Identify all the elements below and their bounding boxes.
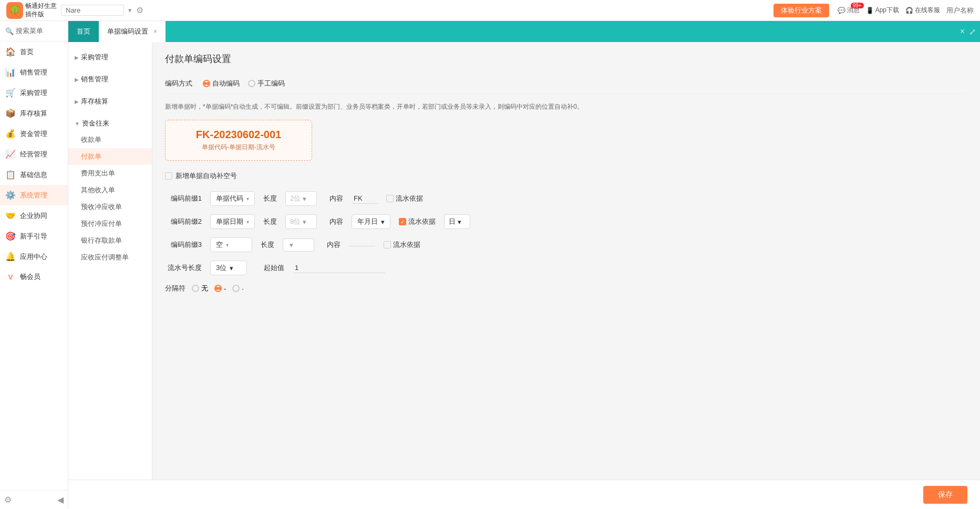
- stream1-checkbox[interactable]: [386, 195, 394, 202]
- sub-header-purchase[interactable]: ▶ 采购管理: [68, 49, 152, 65]
- page-title: 付款单编码设置: [165, 53, 967, 65]
- content3-label: 内容: [327, 240, 341, 250]
- sidebar-item-member[interactable]: V 畅会员: [0, 267, 68, 287]
- settings-icon[interactable]: ⚙: [136, 5, 143, 15]
- tab-home[interactable]: 首页: [68, 21, 99, 42]
- sep-dot2-dot: [232, 285, 240, 292]
- sidebar-item-system[interactable]: ⚙️ 系统管理: [0, 185, 68, 205]
- sub-item-expense[interactable]: 费用支出单: [68, 165, 152, 182]
- manual-code-radio[interactable]: 手工编码: [248, 79, 285, 88]
- sidebar: 🔍 搜索菜单 🏠 首页 📊 销售管理 🛒 采购管理 📦 库存核算 💰 资金管理 …: [0, 21, 68, 509]
- sub-header-sales[interactable]: ▶ 销售管理: [68, 71, 152, 87]
- day-select[interactable]: 日 ▾: [444, 214, 470, 229]
- arrow-purchase: ▶: [75, 55, 79, 60]
- tab-encoding-label: 单据编码设置: [107, 27, 148, 36]
- sub-item-bank[interactable]: 银行存取款单: [68, 232, 152, 249]
- system-icon: ⚙️: [5, 190, 16, 200]
- auto-code-radio[interactable]: 自动编码: [203, 79, 240, 88]
- sidebar-search[interactable]: 🔍 搜索菜单: [0, 21, 68, 41]
- prefix3-select[interactable]: 空 ▾: [210, 237, 252, 252]
- auto-fill-checkbox[interactable]: [165, 172, 172, 180]
- sidebar-item-sales[interactable]: 📊 销售管理: [0, 62, 68, 82]
- save-button[interactable]: 保存: [923, 486, 967, 504]
- len3-arrow: ▾: [290, 241, 293, 249]
- tab-encoding[interactable]: 单据编码设置 ×: [99, 21, 166, 42]
- sidebar-item-apps[interactable]: 🔔 应用中心: [0, 246, 68, 267]
- collapse-icon[interactable]: ◀: [57, 495, 64, 505]
- content2-arrow: ▾: [381, 218, 385, 226]
- sidebar-item-guide[interactable]: 🎯 新手引导: [0, 226, 68, 246]
- len3-select[interactable]: ▾: [283, 238, 314, 252]
- online-service-item[interactable]: 🎧 在线客服: [905, 6, 940, 15]
- sub-header-funds[interactable]: ▼ 资金往来: [68, 116, 152, 131]
- encoding-label: 编码方式: [165, 79, 192, 88]
- sidebar-item-enterprise[interactable]: 🤝 企业协同: [0, 205, 68, 226]
- member-icon: V: [5, 273, 16, 281]
- sep-dot-radio[interactable]: -: [214, 285, 226, 293]
- content1-label: 内容: [329, 194, 343, 203]
- message-icon: 💬: [838, 7, 845, 14]
- sidebar-item-operations[interactable]: 📈 经营管理: [0, 144, 68, 164]
- stream3-checkbox[interactable]: [384, 241, 391, 248]
- sidebar-label-guide: 新手引导: [20, 232, 47, 241]
- len2-value: 8位: [290, 217, 301, 226]
- sidebar-item-inventory[interactable]: 📦 库存核算: [0, 103, 68, 123]
- sep-none-radio[interactable]: 无: [192, 284, 208, 293]
- sep-dot2-radio[interactable]: ·: [232, 285, 244, 293]
- message-icon-item[interactable]: 💬 消息 99+: [838, 6, 860, 15]
- logo-text: 畅通好生意 插件版: [25, 2, 57, 18]
- sub-item-advance-receivable[interactable]: 预收冲应收单: [68, 199, 152, 215]
- serial-row: 流水号长度 3位 ▾ 起始值: [165, 261, 967, 275]
- start-value-input[interactable]: [293, 263, 385, 273]
- sidebar-label-home: 首页: [20, 47, 34, 57]
- sub-group-sales: ▶ 销售管理: [68, 68, 152, 90]
- serial-length-select[interactable]: 3位 ▾: [210, 261, 247, 275]
- tab-close-icon[interactable]: ×: [153, 28, 157, 35]
- search-label: 搜索菜单: [16, 26, 43, 36]
- tab-close-btn[interactable]: ×: [960, 27, 965, 36]
- sidebar-item-purchase[interactable]: 🛒 采购管理: [0, 82, 68, 103]
- prefix1-arrow: ▾: [246, 196, 249, 202]
- prefix2-arrow: ▾: [246, 219, 249, 225]
- sidebar-item-home[interactable]: 🏠 首页: [0, 41, 68, 62]
- sub-item-receipt[interactable]: 收款单: [68, 131, 152, 148]
- arrow-funds: ▼: [75, 121, 80, 127]
- settings-bottom-icon[interactable]: ⚙: [4, 495, 12, 505]
- sub-item-adjustment[interactable]: 应收应付调整单: [68, 249, 152, 266]
- len3-label: 长度: [261, 240, 274, 250]
- content2-label: 内容: [329, 217, 343, 226]
- apps-icon: 🔔: [5, 252, 16, 262]
- len2-select[interactable]: 8位 ▾: [285, 214, 317, 229]
- trial-btn[interactable]: 体验行业方案: [773, 4, 829, 17]
- sidebar-label-system: 系统管理: [20, 191, 47, 200]
- sub-item-other-income[interactable]: 其他收入单: [68, 182, 152, 199]
- sub-item-advance-payable[interactable]: 预付冲应付单: [68, 215, 152, 232]
- prefix2-select[interactable]: 单据日期 ▾: [210, 214, 255, 229]
- stream2-checkbox[interactable]: ✓: [399, 218, 406, 225]
- auto-code-label: 自动编码: [212, 79, 240, 88]
- main-layout: 🔍 搜索菜单 🏠 首页 📊 销售管理 🛒 采购管理 📦 库存核算 💰 资金管理 …: [0, 21, 980, 509]
- sidebar-item-finance[interactable]: 💰 资金管理: [0, 123, 68, 144]
- sidebar-label-member: 畅会员: [20, 272, 40, 282]
- sub-group-purchase: ▶ 采购管理: [68, 46, 152, 68]
- len1-select[interactable]: 2位 ▾: [285, 191, 317, 206]
- sidebar-item-basic[interactable]: 📋 基础信息: [0, 164, 68, 185]
- auto-code-dot: [203, 80, 210, 87]
- sidebar-label-apps: 应用中心: [20, 252, 47, 262]
- top-bar-right: 体验行业方案 💬 消息 99+ 📱 App下载 🎧 在线客服 用户名称: [773, 4, 974, 17]
- content2-select[interactable]: 年月日 ▾: [352, 214, 390, 229]
- preview-desc: 单据代码-单据日期-流水号: [178, 143, 299, 152]
- sidebar-label-purchase: 采购管理: [20, 88, 47, 98]
- sub-header-inventory[interactable]: ▶ 库存核算: [68, 94, 152, 109]
- sub-item-payment[interactable]: 付款单: [68, 148, 152, 165]
- sep-dot-dot: [214, 285, 222, 292]
- app-download-item[interactable]: 📱 App下载: [866, 6, 899, 15]
- prefix3-arrow: ▾: [226, 242, 229, 248]
- prefix1-select[interactable]: 单据代码 ▾: [210, 191, 255, 206]
- company-selector[interactable]: Nare: [61, 5, 124, 16]
- manual-code-dot: [248, 80, 255, 87]
- company-dropdown-icon[interactable]: ▾: [128, 6, 132, 14]
- stream1-label: 流水依据: [396, 194, 423, 203]
- tab-expand-btn[interactable]: ⤢: [969, 27, 976, 37]
- username[interactable]: 用户名称: [946, 6, 974, 15]
